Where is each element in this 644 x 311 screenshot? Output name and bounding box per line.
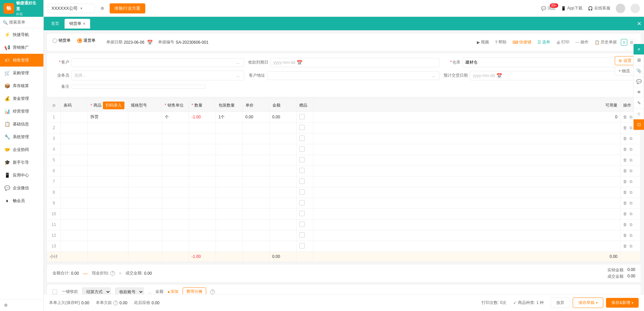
row-unit-9[interactable] [162, 198, 189, 208]
row-qty-2[interactable] [189, 122, 216, 133]
sidebar-item-app-center[interactable]: 📱应用中心 [0, 169, 43, 182]
salesperson-dots[interactable]: ... [235, 73, 241, 78]
row-copy-12[interactable]: ⧉ [630, 233, 633, 238]
row-product-4[interactable] [88, 144, 128, 155]
gift-checkbox-11[interactable] [299, 222, 305, 227]
row-pack-1[interactable]: 1个 [216, 112, 242, 122]
row-amount-6[interactable] [269, 165, 296, 176]
total-due-help[interactable]: ? [113, 301, 118, 305]
row-amount-7[interactable] [269, 176, 296, 187]
row-price-2[interactable] [242, 122, 269, 133]
warehouse-input[interactable]: 建材仓 ... [462, 57, 635, 67]
app-download-button[interactable]: 📱 App下载 [561, 5, 582, 11]
row-spec-2[interactable] [128, 122, 162, 133]
online-service-button[interactable]: 🎧 在线客服 [588, 5, 610, 11]
row-product-8[interactable] [88, 187, 128, 198]
radio-sales[interactable]: 销货单 [52, 38, 71, 43]
toolbar-help-btn[interactable]: ? 帮助 [493, 38, 508, 46]
row-unit-3[interactable] [162, 133, 189, 144]
gift-checkbox-8[interactable] [299, 189, 305, 195]
row-product-12[interactable] [88, 230, 128, 241]
row-copy-10[interactable]: ⧉ [630, 211, 633, 216]
row-copy-5[interactable]: ⧉ [630, 158, 633, 162]
row-spec-3[interactable] [128, 133, 162, 144]
row-delete-4[interactable]: 🗑 [623, 147, 627, 152]
row-pack-9[interactable] [216, 198, 242, 208]
row-pack-6[interactable] [216, 165, 242, 176]
row-qty-5[interactable] [189, 155, 216, 165]
message-button[interactable]: 💬 消息 99+ [541, 5, 556, 11]
row-copy-11[interactable]: ⧉ [630, 222, 633, 227]
tab-sales-order[interactable]: 销货单 ✕ [65, 19, 90, 29]
right-tool-eye[interactable]: 👁 [634, 87, 644, 98]
row-delete-12[interactable]: 🗑 [623, 233, 627, 238]
row-unit-8[interactable] [162, 187, 189, 198]
row-qty-6[interactable] [189, 165, 216, 176]
sidebar-item-operations[interactable]: 📊经营管理 [0, 105, 43, 118]
row-delete-5[interactable]: 🗑 [623, 158, 627, 162]
note-input[interactable] [71, 85, 206, 89]
row-barcode-1[interactable] [61, 112, 88, 122]
gift-checkbox-6[interactable] [299, 168, 305, 173]
row-gift-3[interactable] [296, 133, 313, 144]
row-copy-6[interactable]: ⧉ [630, 168, 633, 173]
row-delete-8[interactable]: 🗑 [623, 190, 627, 195]
row-unit-13[interactable] [162, 241, 189, 251]
row-price-9[interactable] [242, 198, 269, 208]
gift-checkbox-3[interactable] [299, 135, 305, 141]
add-payment-button[interactable]: ● 添加 [167, 289, 179, 295]
row-spec-11[interactable] [128, 219, 162, 230]
row-delete-10[interactable]: 🗑 [623, 211, 627, 216]
row-gift-4[interactable] [296, 144, 313, 155]
row-delete-7[interactable]: 🗑 [623, 179, 627, 184]
row-barcode-12[interactable] [61, 230, 88, 241]
user-avatar-2[interactable] [631, 4, 640, 13]
row-spec-6[interactable] [128, 165, 162, 176]
toolbar-print-btn[interactable]: 🖨 打印 [554, 38, 571, 46]
row-qty-8[interactable] [189, 187, 216, 198]
row-qty-4[interactable] [189, 144, 216, 155]
row-amount-3[interactable] [269, 133, 296, 144]
row-copy-9[interactable]: ⧉ [630, 201, 633, 205]
payment-account-dots[interactable]: ... [148, 289, 151, 294]
toolbar-select-btn[interactable]: ☰ 选单 [535, 38, 552, 46]
row-amount-8[interactable] [269, 187, 296, 198]
row-qty-12[interactable] [189, 230, 216, 241]
sidebar-item-finance[interactable]: 💰资金管理 [0, 92, 43, 105]
row-price-3[interactable] [242, 133, 269, 144]
calendar-icon-due[interactable]: 📅 [297, 60, 302, 65]
row-gift-7[interactable] [296, 176, 313, 187]
th-settings[interactable]: ⚙ [47, 100, 61, 112]
row-barcode-2[interactable] [61, 122, 88, 133]
row-amount-1[interactable]: 0.00 [269, 112, 296, 122]
row-copy-13[interactable]: ⧉ [630, 244, 633, 248]
row-amount-11[interactable] [269, 219, 296, 230]
row-unit-6[interactable] [162, 165, 189, 176]
tab-home[interactable]: 首页 [46, 19, 64, 29]
row-barcode-7[interactable] [61, 176, 88, 187]
row-copy-7[interactable]: ⧉ [630, 179, 633, 184]
gift-checkbox-2[interactable] [299, 125, 305, 130]
toolbar-shortcut-btn[interactable]: ⌨ 快捷键 [510, 38, 533, 46]
calendar-icon-delivery[interactable]: 📅 [496, 73, 502, 78]
right-tool-card-view[interactable]: ⊞ [634, 55, 644, 66]
company-selector[interactable]: XXXXXX公司 ▾ [48, 4, 95, 13]
right-tool-list-view[interactable]: ≡ [634, 44, 644, 55]
customer-input[interactable]: ... [71, 58, 244, 67]
row-pack-7[interactable] [216, 176, 242, 187]
row-pack-10[interactable] [216, 208, 242, 219]
right-tool-edit[interactable]: ✎ [634, 98, 644, 109]
toolbar-ops-btn[interactable]: ⋯ 操作 [573, 38, 591, 46]
row-barcode-4[interactable] [61, 144, 88, 155]
row-gift-10[interactable] [296, 208, 313, 219]
row-unit-4[interactable] [162, 144, 189, 155]
row-pack-11[interactable] [216, 219, 242, 230]
row-amount-13[interactable] [269, 241, 296, 251]
row-unit-7[interactable] [162, 176, 189, 187]
row-gift-11[interactable] [296, 219, 313, 230]
row-unit-11[interactable] [162, 219, 189, 230]
settings-corner-btn[interactable]: ⚙ 设置 [615, 56, 635, 65]
tab-close-icon[interactable]: ✕ [83, 22, 85, 26]
gift-checkbox-4[interactable] [299, 146, 305, 152]
row-pack-8[interactable] [216, 187, 242, 198]
